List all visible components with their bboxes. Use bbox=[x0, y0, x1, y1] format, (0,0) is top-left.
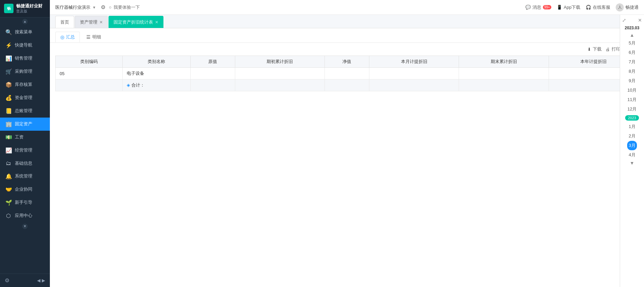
sidebar-item-operations[interactable]: 📈 经营管理 bbox=[0, 144, 50, 157]
subtotal-cell-6 bbox=[459, 79, 549, 91]
sidebar-item-inventory[interactable]: 📦 库存核算 bbox=[0, 78, 50, 91]
system-label: 系统管理 bbox=[15, 173, 32, 179]
download-label: 下载 bbox=[593, 46, 602, 52]
subtotal-label: 合计： bbox=[131, 83, 145, 88]
sidebar-footer: ⚙ ◀ ▶ bbox=[0, 274, 50, 287]
service-label: 在线客服 bbox=[593, 4, 610, 10]
system-icon: 🔔 bbox=[5, 173, 11, 180]
quicknav-icon: ⚡ bbox=[5, 42, 11, 49]
date-month[interactable]: 10月 bbox=[626, 86, 638, 95]
date-month[interactable]: 8月 bbox=[626, 67, 638, 76]
sidebar-items: 🔍 搜索菜单 ⚡ 快捷导航 📊 销售管理 🛒 采购管理 📦 库存核算 💰 资金管… bbox=[0, 26, 50, 222]
topbar: 医疗器械行业演示 ▼ ⚙ ○ 我要体验一下 💬 消息 99+ 📱 App下载 🎧… bbox=[50, 0, 644, 15]
tab-close-1[interactable]: ✕ bbox=[99, 20, 103, 25]
sidebar-item-sales[interactable]: 📊 销售管理 bbox=[0, 52, 50, 65]
date-nav-down[interactable]: ▼ bbox=[629, 160, 636, 166]
sidebar-item-corp[interactable]: 🤝 企业协同 bbox=[0, 183, 50, 196]
sidebar-item-fixedassets[interactable]: 🏢 固定资产 bbox=[0, 118, 50, 131]
message-btn[interactable]: 💬 消息 99+ bbox=[525, 4, 551, 10]
subtotal-cell-1: ◈合计： bbox=[123, 79, 191, 91]
date-month[interactable]: 1月 bbox=[625, 122, 639, 131]
date-nav-up[interactable]: ▲ bbox=[629, 32, 636, 38]
table-row: 05电子设备791.67 bbox=[56, 68, 639, 79]
app-edition: 普及版 bbox=[16, 9, 42, 14]
fixedassets-label: 固定资产 bbox=[15, 121, 32, 127]
message-badge: 99+ bbox=[543, 5, 551, 9]
date-month[interactable]: 11月 bbox=[626, 95, 638, 104]
sidebar-nav: ▲ 🔍 搜索菜单 ⚡ 快捷导航 📊 销售管理 🛒 采购管理 📦 库存核算 💰 资… bbox=[0, 18, 50, 274]
sidebar-item-payroll[interactable]: 💵 工资 bbox=[0, 131, 50, 144]
date-month[interactable]: 7月 bbox=[626, 57, 638, 67]
service-btn[interactable]: 🎧 在线客服 bbox=[586, 4, 610, 10]
date-month[interactable]: 6月 bbox=[626, 48, 638, 57]
operations-label: 经营管理 bbox=[15, 147, 32, 153]
subtabs: ◎汇总☰明细 bbox=[50, 28, 644, 43]
tab-label-2: 固定资产折旧统计表 bbox=[114, 19, 153, 25]
print-btn[interactable]: 🖨 打印 bbox=[606, 46, 620, 52]
experience-btn[interactable]: ○ 我要体验一下 bbox=[109, 4, 140, 10]
collapse-icon[interactable]: ◀ ▶ bbox=[37, 278, 45, 283]
experience-label: 我要体验一下 bbox=[114, 4, 140, 10]
sidebar-item-guide[interactable]: 🌱 新手引导 bbox=[0, 196, 50, 209]
date-month[interactable]: 5月 bbox=[626, 38, 638, 48]
col-header-5: 本月计提折旧 bbox=[369, 56, 459, 68]
sidebar-item-search[interactable]: 🔍 搜索菜单 bbox=[0, 26, 50, 39]
col-header-1: 类别名称 bbox=[123, 56, 191, 68]
download-icon: 📱 bbox=[557, 5, 562, 10]
subtab-1[interactable]: ☰明细 bbox=[81, 32, 106, 42]
corp-icon: 🤝 bbox=[5, 186, 11, 193]
settings-icon[interactable]: ⚙ bbox=[101, 4, 105, 10]
company-name: 医疗器械行业演示 bbox=[55, 4, 90, 10]
active-month[interactable]: 3月 bbox=[627, 141, 637, 150]
app-title-wrap: 畅捷通好业财 普及版 bbox=[16, 3, 42, 14]
basics-label: 基础信息 bbox=[15, 160, 32, 166]
date-month[interactable]: 9月 bbox=[626, 76, 638, 86]
funds-label: 资金管理 bbox=[15, 95, 32, 101]
download-btn[interactable]: 📱 App下载 bbox=[557, 4, 580, 10]
sales-icon: 📊 bbox=[5, 55, 11, 62]
date-month[interactable]: 4月 bbox=[625, 150, 639, 160]
col-header-4: 净值 bbox=[325, 56, 369, 68]
sidebar-item-purchase[interactable]: 🛒 采购管理 bbox=[0, 65, 50, 78]
date-month[interactable]: 2月 bbox=[625, 131, 639, 141]
download-label: App下载 bbox=[564, 4, 580, 10]
date-panel-year-header: 2023.03 bbox=[623, 28, 641, 32]
sidebar-item-apps[interactable]: ⬡ 应用中心 bbox=[0, 209, 50, 222]
year-marker[interactable]: 2023 bbox=[625, 115, 639, 121]
date-panel: ⤢ ✕ 2023.03 ▲ 5月6月7月8月9月10月11月12月 2023 1… bbox=[620, 28, 644, 287]
search-label: 搜索菜单 bbox=[15, 29, 32, 35]
subtotal-cell-0 bbox=[56, 79, 123, 91]
subtab-0[interactable]: ◎汇总 bbox=[55, 32, 80, 42]
download-icon: ⬇ bbox=[587, 47, 591, 52]
sidebar-item-basics[interactable]: 🗂 基础信息 bbox=[0, 157, 50, 170]
col-header-0: 类别编码 bbox=[56, 56, 123, 68]
experience-icon: ○ bbox=[109, 5, 112, 10]
tab-2[interactable]: 固定资产折旧统计表✕ bbox=[109, 16, 163, 28]
sidebar-item-system[interactable]: 🔔 系统管理 bbox=[0, 170, 50, 183]
basics-icon: 🗂 bbox=[5, 160, 11, 166]
company-selector[interactable]: 医疗器械行业演示 ▼ bbox=[55, 4, 96, 10]
funds-icon: 💰 bbox=[5, 95, 11, 101]
tab-label-0: 首页 bbox=[60, 19, 69, 25]
user-menu[interactable]: 人 畅捷通 bbox=[616, 3, 639, 11]
sidebar-item-quicknav[interactable]: ⚡ 快捷导航 bbox=[0, 39, 50, 52]
scroll-down-btn[interactable]: ▼ bbox=[22, 224, 28, 229]
sidebar-item-ledger[interactable]: 📒 总账管理 bbox=[0, 104, 50, 118]
scroll-up-btn[interactable]: ▲ bbox=[22, 19, 28, 24]
inventory-label: 库存核算 bbox=[15, 82, 32, 88]
subtotal-cell-2 bbox=[190, 79, 235, 91]
print-label: 打印 bbox=[612, 46, 620, 52]
guide-icon: 🌱 bbox=[5, 199, 11, 206]
tab-close-2[interactable]: ✕ bbox=[155, 20, 158, 25]
sidebar-item-funds[interactable]: 💰 资金管理 bbox=[0, 91, 50, 104]
date-month[interactable]: 12月 bbox=[626, 104, 638, 114]
sidebar: 畅 畅捷通好业财 普及版 ▲ 🔍 搜索菜单 ⚡ 快捷导航 📊 销售管理 🛒 采购… bbox=[0, 0, 50, 287]
tab-1[interactable]: 资产管理✕ bbox=[75, 16, 108, 28]
topbar-left: 医疗器械行业演示 ▼ ⚙ ○ 我要体验一下 bbox=[55, 4, 140, 10]
settings-icon[interactable]: ⚙ bbox=[5, 277, 9, 284]
download-btn[interactable]: ⬇ 下载 bbox=[587, 46, 602, 52]
cell-0-0: 05 bbox=[56, 68, 123, 79]
payroll-icon: 💵 bbox=[5, 134, 11, 140]
app-logo: 畅 bbox=[4, 4, 13, 13]
tab-0[interactable]: 首页 bbox=[55, 16, 74, 28]
